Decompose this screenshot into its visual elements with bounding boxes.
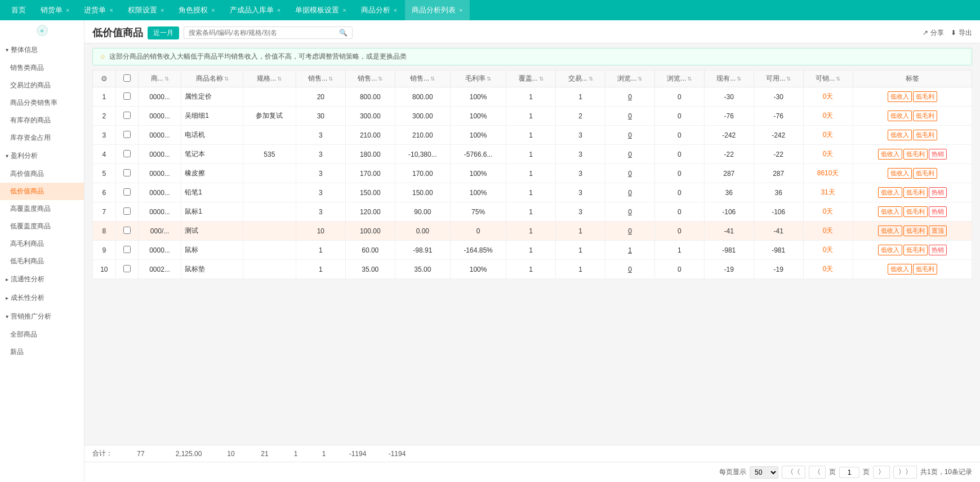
sidebar-item-交易过的商品[interactable]: 交易过的商品	[0, 77, 84, 94]
sidebar-item-低价值商品[interactable]: 低价值商品	[0, 183, 84, 200]
column-header-sellable[interactable]: 可销...⇅	[803, 70, 853, 87]
sidebar-item-新品[interactable]: 新品	[0, 343, 84, 361]
sidebar-item-商品分类销售率[interactable]: 商品分类销售率	[0, 94, 84, 112]
browse-link[interactable]: 0	[628, 189, 632, 197]
gear-icon[interactable]: ⚙	[101, 74, 108, 83]
sidebar-item-高毛利商品[interactable]: 高毛利商品	[0, 235, 84, 253]
sort-icon: ⇅	[487, 76, 491, 82]
sidebar-section-流通性分析[interactable]: ▸流通性分析	[0, 270, 84, 289]
row-select-checkbox[interactable]	[123, 131, 131, 138]
first-page-button[interactable]: 〈〈	[782, 466, 805, 479]
row-sales-cost: 35.00	[395, 260, 450, 279]
browse-link[interactable]: 0	[628, 227, 632, 235]
nav-item-商品分析[interactable]: 商品分析×	[354, 0, 404, 20]
nav-item-首页[interactable]: 首页	[5, 0, 33, 20]
column-header-browse2[interactable]: 浏览...⇅	[654, 70, 704, 87]
close-icon[interactable]: ×	[66, 7, 69, 14]
close-icon[interactable]: ×	[394, 7, 397, 14]
browse-link[interactable]: 0	[628, 170, 632, 178]
column-header-sales_price[interactable]: 销售...⇅	[345, 70, 395, 87]
row-select-checkbox[interactable]	[123, 92, 131, 100]
row-select-checkbox[interactable]	[123, 188, 131, 196]
column-header-sales_cost[interactable]: 销售...⇅	[395, 70, 450, 87]
row-select-checkbox[interactable]	[123, 265, 131, 272]
column-header-code[interactable]: 商...⇅	[138, 70, 181, 87]
prev-page-button[interactable]: 〈	[809, 466, 826, 479]
column-header-available[interactable]: 可用...⇅	[754, 70, 803, 87]
tag-热销: 热销	[929, 245, 947, 255]
browse-link[interactable]: 0	[628, 131, 632, 139]
browse-link[interactable]: 0	[628, 151, 632, 158]
browse-link[interactable]: 1	[628, 246, 632, 254]
column-header-spec[interactable]: 规格...⇅	[243, 70, 296, 87]
export-action[interactable]: ⬇ 导出	[951, 28, 972, 38]
page-input[interactable]	[839, 467, 859, 478]
column-header-trade[interactable]: 交易...⇅	[556, 70, 605, 87]
nav-item-销货单[interactable]: 销货单×	[34, 0, 76, 20]
column-header-gross_rate[interactable]: 毛利率⇅	[450, 70, 506, 87]
nav-item-角色授权[interactable]: 角色授权×	[172, 0, 221, 20]
nav-item-单据模板设置[interactable]: 单据模板设置×	[288, 0, 353, 20]
sidebar-item-低毛利商品[interactable]: 低毛利商品	[0, 253, 84, 270]
row-select-checkbox[interactable]	[123, 207, 131, 215]
filter-button[interactable]: 近一月	[148, 26, 179, 39]
pagination: 每页显示 50 100 200 〈〈 〈 页 页 〉 〉〉 共1页，10条记录	[84, 462, 980, 482]
browse-link[interactable]: 0	[628, 112, 632, 120]
last-page-button[interactable]: 〉〉	[893, 466, 917, 479]
nav-item-产成品入库单[interactable]: 产成品入库单×	[223, 0, 287, 20]
row-select-checkbox[interactable]	[123, 227, 131, 234]
arrow-icon: ▸	[6, 276, 8, 282]
sidebar-item-高价值商品[interactable]: 高价值商品	[0, 165, 84, 183]
row-select-checkbox[interactable]	[123, 246, 131, 253]
column-header-settings: ⚙	[93, 70, 116, 87]
header-actions: ↗ 分享 ⬇ 导出	[923, 28, 972, 38]
next-page-button[interactable]: 〉	[873, 466, 890, 479]
close-icon[interactable]: ×	[109, 7, 113, 14]
search-icon[interactable]: 🔍	[339, 29, 348, 37]
row-select-checkbox[interactable]	[123, 112, 131, 119]
select-all-checkbox[interactable]	[123, 74, 131, 82]
row-current: 36	[704, 183, 754, 202]
nav-item-商品分析列表[interactable]: 商品分析列表×	[405, 0, 469, 20]
sidebar-item-销售类商品[interactable]: 销售类商品	[0, 59, 84, 77]
column-header-name[interactable]: 商品名称⇅	[181, 70, 243, 87]
close-icon[interactable]: ×	[342, 7, 346, 14]
sidebar-section-成长性分析[interactable]: ▸成长性分析	[0, 289, 84, 307]
sidebar-section-营销推广分析[interactable]: ▾营销推广分析	[0, 307, 84, 326]
browse-link[interactable]: 0	[628, 208, 632, 216]
sidebar-item-全部商品[interactable]: 全部商品	[0, 326, 84, 343]
nav-item-权限设置[interactable]: 权限设置×	[121, 0, 171, 20]
sidebar-item-高覆盖度商品[interactable]: 高覆盖度商品	[0, 200, 84, 218]
search-input[interactable]	[189, 29, 337, 37]
browse-link[interactable]: 0	[628, 93, 632, 101]
nav-item-进货单[interactable]: 进货单×	[77, 0, 119, 20]
sidebar-collapse-btn[interactable]: «	[37, 25, 48, 36]
column-header-coverage[interactable]: 覆盖...⇅	[506, 70, 556, 87]
sidebar-item-库存资金占用[interactable]: 库存资金占用	[0, 129, 84, 147]
column-header-tags: 标签	[853, 70, 972, 87]
close-icon[interactable]: ×	[459, 7, 462, 14]
close-icon[interactable]: ×	[277, 7, 280, 14]
sort-icon: ⇅	[539, 76, 544, 82]
sidebar-item-有库存的商品[interactable]: 有库存的商品	[0, 112, 84, 129]
row-select-checkbox[interactable]	[123, 169, 131, 176]
share-action[interactable]: ↗ 分享	[923, 28, 944, 38]
sidebar-section-盈利分析[interactable]: ▾盈利分析	[0, 147, 84, 165]
row-browse1: 0	[605, 202, 655, 222]
row-select-checkbox[interactable]	[123, 150, 131, 157]
per-page-select[interactable]: 50 100 200	[750, 466, 778, 479]
column-header-current[interactable]: 现有...⇅	[704, 70, 754, 87]
row-tags: 低收入低毛利	[853, 126, 972, 145]
browse-link[interactable]: 0	[628, 266, 632, 273]
row-code: 0000...	[138, 126, 181, 145]
close-icon[interactable]: ×	[161, 7, 164, 14]
column-header-sales_qty[interactable]: 销售...⇅	[296, 70, 345, 87]
row-trade: 1	[556, 241, 605, 260]
row-code: 0002...	[138, 260, 181, 279]
column-header-browse1[interactable]: 浏览...⇅	[605, 70, 655, 87]
table-row: 100002...鼠标垫135.0035.00100%1100-19-190天低…	[93, 260, 972, 279]
row-sellable: 0天	[803, 87, 853, 107]
sidebar-item-低覆盖度商品[interactable]: 低覆盖度商品	[0, 218, 84, 235]
sidebar-section-整体信息[interactable]: ▾整体信息	[0, 41, 84, 59]
close-icon[interactable]: ×	[211, 7, 215, 14]
